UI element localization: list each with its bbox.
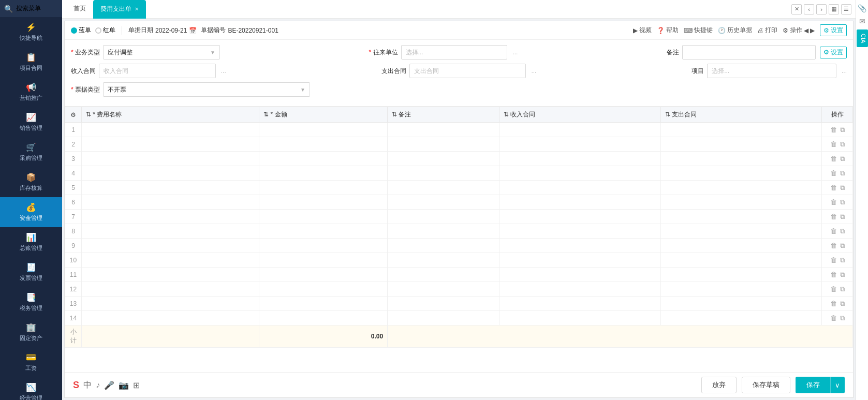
- expense-contract-cell[interactable]: [660, 123, 821, 137]
- operate-btn[interactable]: ⚙ 操作 ◀ ▶: [783, 26, 815, 35]
- delete-row-icon[interactable]: 🗑: [830, 271, 837, 278]
- note-cell[interactable]: [388, 253, 499, 268]
- amount-cell[interactable]: [259, 137, 388, 152]
- amount-cell[interactable]: [259, 282, 388, 297]
- discard-button[interactable]: 放弃: [701, 377, 737, 393]
- expense-contract-cell[interactable]: [660, 210, 821, 224]
- copy-row-icon[interactable]: ⧉: [840, 184, 845, 192]
- income-contract-cell[interactable]: [499, 311, 660, 325]
- col-amount-sort-icon[interactable]: ⇅: [263, 111, 269, 118]
- nav-left-btn[interactable]: ‹: [804, 4, 814, 14]
- message-icon[interactable]: ✉: [858, 17, 866, 25]
- copy-row-icon[interactable]: ⧉: [840, 155, 845, 163]
- expense-name-cell[interactable]: [82, 166, 259, 181]
- expense-name-cell[interactable]: [82, 282, 259, 297]
- amount-cell[interactable]: [259, 253, 388, 268]
- copy-row-icon[interactable]: ⧉: [840, 271, 845, 279]
- save-draft-button[interactable]: 保存草稿: [742, 377, 790, 393]
- counterpart-input[interactable]: [401, 45, 508, 60]
- delete-row-icon[interactable]: 🗑: [830, 140, 837, 148]
- note-cell[interactable]: [388, 297, 499, 311]
- note-cell[interactable]: [388, 166, 499, 181]
- income-contract-cell[interactable]: [499, 239, 660, 253]
- amount-cell[interactable]: [259, 297, 388, 311]
- sidebar-search[interactable]: 🔍 搜索菜单: [0, 0, 62, 17]
- sidebar-item-operations[interactable]: 📉经营管理: [0, 377, 62, 400]
- shortcut-btn[interactable]: ⌨ 快捷键: [684, 26, 713, 35]
- delete-row-icon[interactable]: 🗑: [830, 198, 837, 206]
- col-expense-sort-icon[interactable]: ⇅: [665, 111, 670, 118]
- expense-contract-cell[interactable]: [660, 282, 821, 297]
- attachment-icon[interactable]: 📎: [858, 4, 866, 13]
- tab-home[interactable]: 首页: [66, 0, 93, 19]
- sidebar-item-fixed-assets[interactable]: 🏢固定资产: [0, 317, 62, 347]
- red-bill-radio[interactable]: 红单: [95, 26, 115, 35]
- sidebar-item-purchase[interactable]: 🛒采购管理: [0, 137, 62, 167]
- delete-row-icon[interactable]: 🗑: [830, 227, 837, 235]
- delete-row-icon[interactable]: 🗑: [830, 155, 837, 162]
- income-contract-cell[interactable]: [499, 268, 660, 282]
- delete-row-icon[interactable]: 🗑: [830, 169, 837, 177]
- income-contract-cell[interactable]: [499, 123, 660, 137]
- col-expense-name-sort-icon[interactable]: ⇅: [86, 111, 91, 118]
- expense-contract-cell[interactable]: [660, 253, 821, 268]
- save-dropdown-button[interactable]: ∨: [830, 377, 845, 393]
- note-input[interactable]: [682, 45, 816, 60]
- form-settings-btn[interactable]: ⚙ 设置: [820, 47, 847, 58]
- income-contract-cell[interactable]: [499, 195, 660, 210]
- biz-type-select[interactable]: 应付调整 ▼: [103, 45, 220, 60]
- expense-name-cell[interactable]: [82, 181, 259, 195]
- delete-row-icon[interactable]: 🗑: [830, 300, 837, 307]
- copy-row-icon[interactable]: ⧉: [840, 300, 845, 308]
- expense-name-cell[interactable]: [82, 297, 259, 311]
- note-cell[interactable]: [388, 224, 499, 239]
- expense-contract-cell[interactable]: [660, 268, 821, 282]
- copy-row-icon[interactable]: ⧉: [840, 256, 845, 264]
- income-contract-cell[interactable]: [499, 224, 660, 239]
- delete-row-icon[interactable]: 🗑: [830, 184, 837, 191]
- sidebar-item-sales[interactable]: 📈销售管理: [0, 107, 62, 137]
- delete-row-icon[interactable]: 🗑: [830, 213, 837, 220]
- expense-name-cell[interactable]: [82, 268, 259, 282]
- grid-view-btn[interactable]: ▦: [829, 4, 839, 14]
- sidebar-item-marketing[interactable]: 📢营销推广: [0, 77, 62, 107]
- col-income-sort-icon[interactable]: ⇅: [504, 111, 509, 118]
- footer-grid-icon[interactable]: ⊞: [133, 380, 140, 390]
- save-main-button[interactable]: 保存: [796, 377, 830, 393]
- note-cell[interactable]: [388, 311, 499, 325]
- income-contract-cell[interactable]: [499, 152, 660, 166]
- project-more-icon[interactable]: ...: [842, 67, 847, 75]
- sidebar-item-invoice[interactable]: 🧾发票管理: [0, 257, 62, 287]
- note-cell[interactable]: [388, 210, 499, 224]
- sidebar-item-tax[interactable]: 📑税务管理: [0, 287, 62, 317]
- expense-name-cell[interactable]: [82, 210, 259, 224]
- note-cell[interactable]: [388, 268, 499, 282]
- income-contract-cell[interactable]: [499, 181, 660, 195]
- income-contract-cell[interactable]: [499, 297, 660, 311]
- amount-cell[interactable]: [259, 181, 388, 195]
- number-value[interactable]: BE-20220921-001: [228, 27, 278, 34]
- amount-cell[interactable]: [259, 195, 388, 210]
- note-cell[interactable]: [388, 282, 499, 297]
- income-contract-input[interactable]: [99, 64, 216, 78]
- expense-name-cell[interactable]: [82, 137, 259, 152]
- footer-camera-icon[interactable]: 📷: [119, 380, 129, 390]
- delete-row-icon[interactable]: 🗑: [830, 314, 837, 322]
- col-gear[interactable]: ⚙: [65, 107, 82, 123]
- amount-cell[interactable]: [259, 166, 388, 181]
- settings-btn[interactable]: ⚙ 设置: [820, 24, 847, 36]
- expense-contract-cell[interactable]: [660, 181, 821, 195]
- expense-name-cell[interactable]: [82, 224, 259, 239]
- calendar-icon[interactable]: 📅: [189, 27, 197, 34]
- amount-cell[interactable]: [259, 224, 388, 239]
- copy-row-icon[interactable]: ⧉: [840, 213, 845, 221]
- expense-contract-input[interactable]: [409, 64, 526, 78]
- income-contract-cell[interactable]: [499, 166, 660, 181]
- list-view-btn[interactable]: ☰: [841, 4, 851, 14]
- copy-row-icon[interactable]: ⧉: [840, 169, 845, 177]
- delete-row-icon[interactable]: 🗑: [830, 285, 837, 293]
- copy-row-icon[interactable]: ⧉: [840, 227, 845, 235]
- expense-contract-more-icon[interactable]: ...: [531, 67, 536, 75]
- amount-cell[interactable]: [259, 311, 388, 325]
- amount-cell[interactable]: [259, 152, 388, 166]
